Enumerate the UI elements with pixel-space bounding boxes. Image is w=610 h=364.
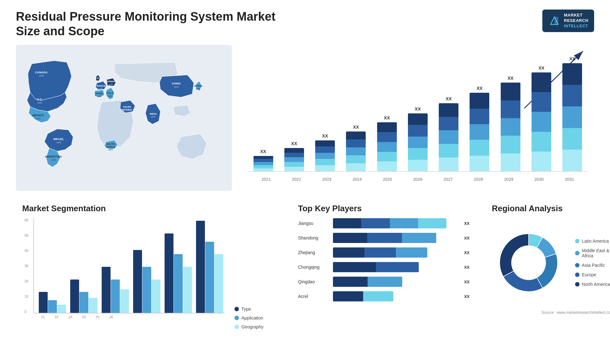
seg-bar-1 <box>79 292 88 313</box>
reg-dot <box>575 251 580 255</box>
top-section: CANADA xx% U.S. xx% MEXICO xx% BRAZIL xx… <box>16 45 594 191</box>
bar-x-label-2029: 2029 <box>494 177 524 182</box>
bar-group-2023: XX <box>315 133 335 171</box>
player-bar-seg-1 <box>367 233 402 243</box>
legend-label: Type <box>241 307 251 312</box>
bar-group-2021: XX <box>254 149 273 172</box>
svg-text:xx%: xx% <box>108 149 112 151</box>
bar-x-labels: 2021202220232024202520262027202820292030… <box>248 174 588 182</box>
player-bar-bg <box>333 233 436 243</box>
bar-value-2031: XX <box>569 56 575 61</box>
seg-bars: 60 50 40 30 20 10 0 <box>33 218 225 313</box>
player-bar-seg-1 <box>376 262 419 272</box>
svg-text:xx%: xx% <box>125 111 129 114</box>
donut-seg-europe <box>503 271 543 292</box>
svg-text:SOUTH: SOUTH <box>106 143 115 145</box>
bar-x-label-2027: 2027 <box>433 177 463 182</box>
svg-text:xx%: xx% <box>109 83 113 85</box>
player-bar-seg-1 <box>368 277 402 287</box>
bar-stacked-2028 <box>470 93 489 171</box>
bar-x-label-2025: 2025 <box>372 177 403 182</box>
svg-text:ITALY: ITALY <box>106 92 113 95</box>
player-bar-seg-1 <box>361 218 390 228</box>
legend-dot <box>234 325 239 329</box>
player-bar-seg-2 <box>402 233 436 243</box>
player-bar-bg <box>333 262 419 272</box>
bar-x-label-2024: 2024 <box>342 177 372 182</box>
svg-text:xx%: xx% <box>37 101 42 104</box>
svg-text:AFRICA: AFRICA <box>106 145 115 148</box>
seg-legend: TypeApplicationGeography <box>234 300 276 329</box>
logo-box: MARKET RESEARCH INTELLECT <box>542 10 594 32</box>
player-bar-bg <box>333 247 427 258</box>
seg-bar-1 <box>142 267 151 313</box>
player-bar-seg-1 <box>364 247 396 258</box>
seg-x-label-2025: 25 <box>93 315 102 319</box>
seg-bar-chart: 60 50 40 30 20 10 0 212223242526 <box>22 218 225 329</box>
player-bar-seg-0 <box>333 277 368 287</box>
player-bar-wrap <box>333 218 459 228</box>
seg-bar-0 <box>165 233 173 313</box>
seg-x-label-2026: 26 <box>106 315 116 319</box>
seg-bar-2 <box>214 254 223 313</box>
bar-x-label-2031: 2031 <box>554 177 585 182</box>
legend-dot <box>234 307 239 311</box>
svg-marker-1 <box>554 17 558 24</box>
player-bar-bg <box>333 277 402 287</box>
player-val: XX <box>464 280 470 284</box>
bar-group-2026: XX <box>408 106 428 171</box>
bar-x-label-2026: 2026 <box>403 177 433 182</box>
seg-group-2022 <box>70 280 98 313</box>
seg-bar-1 <box>174 254 183 313</box>
svg-text:xx%: xx% <box>97 95 101 98</box>
logo-text: MARKET RESEARCH INTELLECT <box>564 13 588 29</box>
us-label: U.S. <box>37 98 43 101</box>
seg-group-2025 <box>165 233 192 313</box>
segmentation-title: Market Segmentation <box>22 204 276 213</box>
bar-value-2029: XX <box>507 76 513 81</box>
bar-stacked-2031 <box>562 63 582 171</box>
bar-group-2022: XX <box>284 141 304 171</box>
seg-bar-0 <box>133 250 142 313</box>
reg-label: Middle East & Africa <box>582 248 610 258</box>
svg-text:CHINA: CHINA <box>172 82 181 85</box>
player-bar-seg-0 <box>333 262 376 272</box>
seg-bar-0 <box>196 221 205 313</box>
bar-group-2024: XX <box>346 125 366 171</box>
bar-value-2025: XX <box>384 115 390 120</box>
player-bar-wrap <box>333 277 459 287</box>
bar-stacked-2029 <box>501 83 520 171</box>
player-val: XX <box>464 294 470 299</box>
player-row-jiangsu: Jiangsu XX <box>298 218 470 228</box>
bar-x-label-2022: 2022 <box>281 177 311 182</box>
player-name: Jiangsu <box>298 221 330 226</box>
bar-group-2030: XX <box>532 65 551 172</box>
player-val: XX <box>464 236 470 240</box>
seg-bar-0 <box>39 292 48 313</box>
seg-y-labels: 60 50 40 30 20 10 0 <box>24 218 28 313</box>
svg-text:xx%: xx% <box>196 88 200 90</box>
player-val: XX <box>464 250 470 255</box>
player-bar-seg-0 <box>333 233 367 243</box>
regional-title: Regional Analysis <box>492 204 610 213</box>
seg-group-2021 <box>39 292 66 313</box>
donut-seg-north-america <box>500 234 529 277</box>
player-bar-seg-1 <box>363 291 393 301</box>
seg-x-labels: 212223242526 <box>33 315 225 319</box>
bar-chart-container: XXXXXXXXXXXXXXXXXXXXXX 20212022202320242… <box>241 45 594 191</box>
regional-container: Regional Analysis Latin AmericaMiddle Ea… <box>485 200 610 364</box>
page-title: Residual Pressure Monitoring System Mark… <box>16 10 302 38</box>
reg-label: North America <box>582 282 610 287</box>
bar-value-2021: XX <box>260 149 266 154</box>
player-bar-bg <box>333 218 446 228</box>
bar-value-2028: XX <box>477 86 483 91</box>
svg-text:xx%: xx% <box>174 85 179 88</box>
seg-x-label-2023: 23 <box>65 315 75 319</box>
svg-text:xx%: xx% <box>98 88 102 90</box>
reg-legend-item-middle-east-&-africa: Middle East & Africa <box>575 248 610 258</box>
bar-stacked-2030 <box>532 72 551 172</box>
header: Residual Pressure Monitoring System Mark… <box>16 10 594 38</box>
player-val: XX <box>464 265 470 270</box>
segmentation-container: Market Segmentation 60 50 40 30 20 10 <box>16 200 282 364</box>
player-name: Chongqing <box>298 265 330 270</box>
